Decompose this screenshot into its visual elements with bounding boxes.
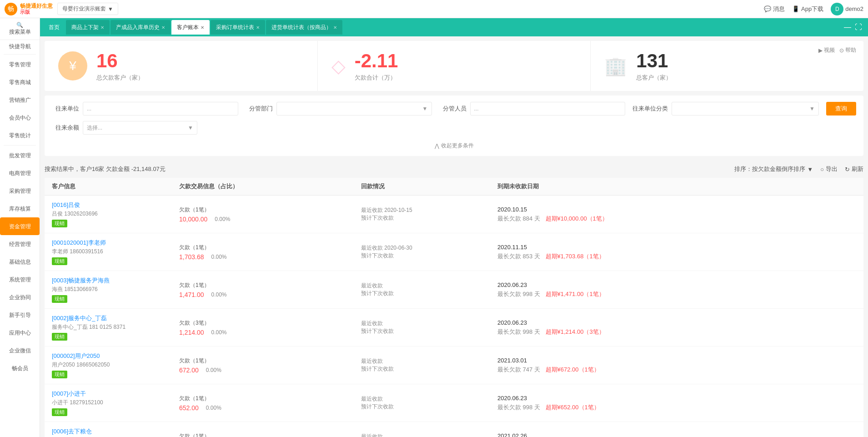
sidebar-item-wholesale[interactable]: 批发管理	[0, 146, 40, 164]
due-date: 2020.06.23	[497, 281, 856, 288]
table-row: [0006]去下粮仓 陈小希 现销 欠款（1笔） 455.90 0.00%	[45, 422, 863, 437]
category-select[interactable]: ▼	[672, 102, 819, 116]
sort-button[interactable]: 排序：按欠款金额倒序排序 ▼	[734, 165, 813, 173]
export-button[interactable]: ○ 导出	[820, 165, 838, 173]
stat-label-2: 欠款合计（万）	[355, 74, 398, 82]
chevron-down-icon: ▼	[422, 105, 428, 112]
due-date: 2021.03.01	[497, 357, 856, 364]
department-select[interactable]: ▼	[276, 102, 432, 116]
sidebar-item-operations[interactable]: 经营管理	[0, 235, 40, 253]
tab-product-shelf[interactable]: 商品上下架 ✕	[66, 20, 110, 35]
refresh-button[interactable]: ↻ 刷新	[845, 165, 863, 173]
tab-close-icon[interactable]: ✕	[161, 25, 165, 30]
video-btn[interactable]: ▶ 视频	[818, 46, 835, 54]
overdue-link[interactable]: 超期¥672.00（1笔）	[546, 366, 600, 373]
stat-value-debt-customers: 16	[96, 50, 144, 72]
customer-name-link[interactable]: [0007]小进干	[52, 390, 179, 398]
vendor-input[interactable]: ...	[83, 102, 238, 116]
overdue-link[interactable]: 超期¥1,703.68（1笔）	[546, 253, 605, 260]
debt-count: 欠款（1笔）	[179, 244, 361, 251]
overdue-link[interactable]: 超期¥10,000.00（1笔）	[546, 215, 608, 222]
search-button[interactable]: 查询	[826, 102, 856, 116]
table-header: 客户信息 欠款交易信息（占比） 回款情况 到期未收款日期	[45, 178, 863, 196]
table-row: [0003]畅捷服务尹海燕 海燕 18513066976 现销 欠款（1笔） 1…	[45, 271, 863, 309]
customer-name-link[interactable]: [0002]服务中心_丁磊	[52, 314, 179, 322]
tab-close-icon[interactable]: ✕	[201, 25, 204, 30]
window-min-icon[interactable]: —	[844, 23, 851, 31]
col-debt-info: 欠款交易信息（占比）	[179, 182, 361, 191]
diamond-icon: ◇	[331, 55, 346, 76]
debt-amount-link[interactable]: 1,214.00	[179, 329, 204, 336]
tab-home[interactable]: 首页	[42, 20, 66, 35]
customer-name-link[interactable]: [0006]去下粮仓	[52, 427, 179, 436]
last-payment: 最近收款	[361, 282, 497, 290]
main-content: ¥ 16 总欠款客户（家） ◇ -2.11 欠款合计（万）	[40, 36, 868, 437]
sidebar-item-basic-info[interactable]: 基础信息	[0, 253, 40, 271]
stat-card-debt-total: ◇ -2.11 欠款合计（万）	[318, 41, 591, 91]
sidebar-item-guide[interactable]: 新手引导	[0, 306, 40, 324]
debt-cell: 欠款（1笔） 455.90 0.00%	[179, 432, 361, 437]
customer-name-link[interactable]: [0016]吕俊	[52, 201, 179, 209]
help-btn[interactable]: ⊙ 帮助	[839, 46, 856, 54]
company-selector[interactable]: 母婴行业演示账套 ▼	[57, 3, 118, 15]
user-menu[interactable]: D demo2	[831, 3, 863, 15]
tab-close-icon[interactable]: ✕	[333, 25, 337, 30]
balance-select[interactable]: 选择... ▼	[83, 121, 197, 135]
sidebar-divider	[4, 54, 36, 55]
tab-goods-stats[interactable]: 进货单统计表（按商品） ✕	[266, 20, 342, 35]
customer-tag: 现销	[52, 371, 67, 378]
logo-text: 畅捷通好生意 示版	[20, 3, 53, 15]
customer-name-link[interactable]: [0001020001]李老师	[52, 239, 179, 247]
customer-name-link[interactable]: [0003]畅捷服务尹海燕	[52, 276, 179, 285]
sidebar-item-purchase[interactable]: 采购管理	[0, 182, 40, 200]
sidebar-item-finance[interactable]: 资金管理	[0, 217, 40, 235]
customer-tag: 现销	[52, 333, 67, 341]
app-download-btn[interactable]: 📱 App下载	[792, 5, 823, 13]
debt-amount-link[interactable]: 672.00	[179, 367, 199, 374]
sidebar-nav-quicknav[interactable]: 快捷导航	[0, 40, 40, 53]
stat-value-total: 131	[636, 50, 672, 72]
sidebar-item-wechat[interactable]: 企业微信	[0, 342, 40, 359]
sidebar-item-vip[interactable]: 畅会员	[0, 359, 40, 377]
sidebar-item-retail-mgmt[interactable]: 零售管理	[0, 55, 40, 73]
due-date-cell: 2020.06.23 最长欠款 998 天 超期¥1,471.00（1笔）	[497, 281, 856, 298]
recovery-cell: 最近收款 预计下次收款	[361, 320, 497, 335]
tab-finished-goods[interactable]: 产成品入库单历史 ✕	[110, 20, 171, 35]
window-max-icon[interactable]: ⛶	[855, 23, 862, 31]
refresh-icon: ↻	[845, 166, 850, 173]
debt-amount-link[interactable]: 1,471.00	[179, 291, 204, 298]
chevron-up-icon: ⋀	[435, 143, 439, 149]
overdue-link[interactable]: 超期¥652.00（1笔）	[546, 404, 600, 411]
sidebar-item-collab[interactable]: 企业协同	[0, 288, 40, 306]
debt-amount-link[interactable]: 10,000.00	[179, 216, 207, 223]
sidebar-item-inventory[interactable]: 库存核算	[0, 200, 40, 217]
tab-close-icon[interactable]: ✕	[256, 25, 260, 30]
debt-amount-link[interactable]: 652.00	[179, 404, 199, 412]
due-date: 2020.06.23	[497, 395, 856, 402]
sidebar-item-retail-stats[interactable]: 零售统计	[0, 126, 40, 144]
recovery-cell: 最近收款 2020-10-15 预计下次收款	[361, 206, 497, 222]
message-btn[interactable]: 💬 消息	[764, 5, 785, 13]
sidebar-item-member[interactable]: 会员中心	[0, 109, 40, 126]
person-input[interactable]: ...	[470, 102, 626, 116]
sidebar-item-marketing[interactable]: 营销推广	[0, 91, 40, 109]
recovery-cell: 最近收款 预计下次收款	[361, 282, 497, 297]
tab-customer-ledger[interactable]: 客户账本 ✕	[171, 20, 210, 35]
sidebar-search[interactable]: 🔍 搜索菜单	[0, 18, 40, 40]
sidebar-item-retail-mall[interactable]: 零售商城	[0, 73, 40, 91]
sidebar-item-ecommerce[interactable]: 电商管理	[0, 164, 40, 182]
overdue-link[interactable]: 超期¥1,471.00（1笔）	[546, 291, 605, 297]
tab-close-icon[interactable]: ✕	[100, 25, 104, 30]
tab-purchase-stats[interactable]: 采购订单统计表 ✕	[211, 20, 265, 35]
customer-tag: 现销	[52, 295, 67, 303]
collapse-filter-btn[interactable]: ⋀ 收起更多条件	[52, 140, 856, 150]
debt-amount-link[interactable]: 1,703.68	[179, 253, 204, 261]
debt-cell: 欠款（1笔） 1,703.68 0.00%	[179, 244, 361, 261]
recovery-cell: 最近收款 预计下次收款	[361, 357, 497, 373]
sidebar-item-system[interactable]: 系统管理	[0, 271, 40, 288]
due-date: 2020.06.23	[497, 319, 856, 326]
customer-name-link[interactable]: [000002]用户2050	[52, 352, 179, 360]
sidebar-item-app-center[interactable]: 应用中心	[0, 324, 40, 342]
customer-cell: [0016]吕俊 吕俊 13026203696 现销	[52, 201, 179, 227]
overdue-link[interactable]: 超期¥1,214.00（3笔）	[546, 328, 605, 335]
